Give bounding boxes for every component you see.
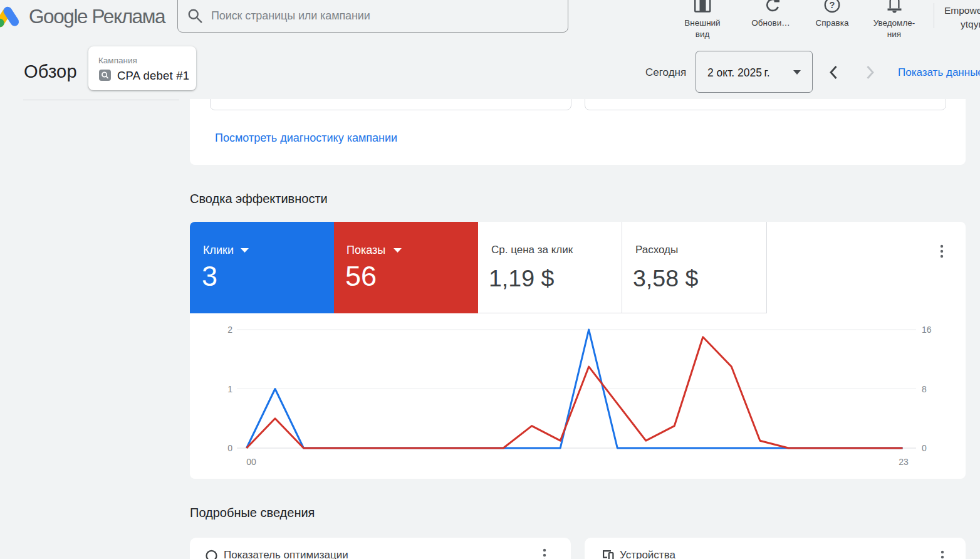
svg-text:1: 1 bbox=[227, 384, 232, 394]
svg-text:0: 0 bbox=[922, 443, 927, 453]
svg-text:0: 0 bbox=[227, 443, 232, 453]
svg-text:2: 2 bbox=[227, 325, 232, 335]
svg-text:?: ? bbox=[830, 0, 835, 10]
svg-text:16: 16 bbox=[922, 325, 932, 335]
svg-text:8: 8 bbox=[922, 384, 927, 394]
svg-text:00: 00 bbox=[246, 457, 256, 467]
svg-text:23: 23 bbox=[899, 457, 909, 467]
